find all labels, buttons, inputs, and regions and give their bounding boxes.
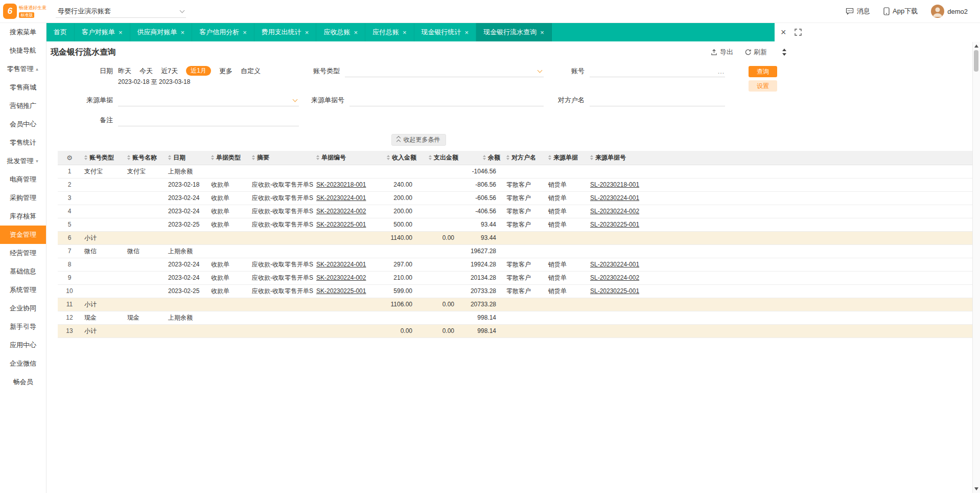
sort-icon[interactable] (387, 155, 390, 160)
sidebar-item-搜索菜单[interactable]: 搜索菜单 (0, 23, 46, 41)
document-link[interactable]: SK-20230218-001 (316, 181, 366, 188)
tab-客户信用分析[interactable]: 客户信用分析× (192, 23, 254, 41)
table-row[interactable]: 22023-02-18收款单应收款-收取零售开单SL-2SK-20230218-… (58, 178, 980, 191)
table-row[interactable]: 52023-02-25收款单应收款-收取零售开单SL-2SK-20230225-… (58, 218, 980, 231)
sidebar-item-系统管理[interactable]: 系统管理 (0, 281, 46, 299)
column-header-source_doc_no[interactable]: 来源单据号 (587, 151, 980, 165)
tab-费用支出统计[interactable]: 费用支出统计× (254, 23, 317, 41)
sidebar-item-快捷导航[interactable]: 快捷导航 (0, 41, 46, 60)
sidebar-item-采购管理[interactable]: 采购管理 (0, 189, 46, 207)
sidebar-item-企业协同[interactable]: 企业协同 (0, 299, 46, 318)
sort-icon[interactable] (211, 155, 214, 160)
collapse-conditions-button[interactable]: 收起更多条件 (391, 134, 446, 146)
tab-close-icon[interactable]: × (540, 29, 544, 36)
sort-icon[interactable] (84, 155, 87, 160)
tab-应付总账[interactable]: 应付总账× (365, 23, 414, 41)
sidebar-item-零售统计[interactable]: 零售统计 (0, 133, 46, 152)
column-header-account_type[interactable]: 账号类型 (81, 151, 124, 165)
document-link[interactable]: SL-20230224-001 (590, 194, 639, 201)
source-doc-no-field[interactable] (349, 94, 544, 106)
tab-close-icon[interactable]: × (354, 29, 358, 36)
date-option-自定义[interactable]: 自定义 (241, 66, 261, 76)
sort-icon[interactable] (316, 155, 319, 160)
scrollbar-down-icon[interactable] (974, 487, 978, 490)
column-header-doc_no[interactable]: 单据编号 (313, 151, 376, 165)
table-row[interactable]: 1支付宝支付宝上期余额-1046.56 (58, 165, 980, 178)
counterparty-input[interactable] (590, 95, 725, 105)
date-option-近1月[interactable]: 近1月 (186, 66, 211, 76)
column-header-summary[interactable]: 摘要 (249, 151, 313, 165)
sort-icon[interactable] (483, 155, 486, 160)
sidebar-item-零售商城[interactable]: 零售商城 (0, 78, 46, 97)
tab-现金银行统计[interactable]: 现金银行统计× (414, 23, 477, 41)
document-link[interactable]: SK-20230224-001 (316, 261, 366, 268)
messages-button[interactable]: 消息 (846, 7, 870, 16)
close-tabs-button[interactable]: × (781, 28, 786, 37)
document-link[interactable]: SK-20230224-001 (316, 194, 366, 201)
scrollbar-thumb[interactable] (974, 50, 978, 72)
sidebar-item-库存核算[interactable]: 库存核算 (0, 207, 46, 226)
sidebar-item-企业微信[interactable]: 企业微信 (0, 354, 46, 373)
tab-首页[interactable]: 首页 (46, 23, 75, 41)
vertical-scrollbar[interactable] (972, 42, 980, 493)
sidebar-item-应用中心[interactable]: 应用中心 (0, 336, 46, 354)
table-row-subtotal[interactable]: 13小计0.000.00998.14 (58, 324, 980, 338)
table-row[interactable]: 7微信微信上期余额19627.28 (58, 244, 980, 258)
source-doc-input[interactable] (118, 95, 293, 105)
column-settings-gear-icon[interactable]: ⚙ (66, 154, 73, 162)
sort-icon[interactable] (168, 155, 171, 160)
table-row[interactable]: 82023-02-24收款单应收款-收取零售开单SL-2SK-20230224-… (58, 258, 980, 271)
date-option-更多[interactable]: 更多 (219, 66, 232, 76)
sidebar-item-畅会员[interactable]: 畅会员 (0, 373, 46, 391)
sidebar-item-批发管理[interactable]: 批发管理▼ (0, 152, 46, 170)
tab-close-icon[interactable]: × (119, 29, 123, 36)
document-link[interactable]: SK-20230224-002 (316, 274, 366, 281)
table-row[interactable]: 12现金现金上期余额998.14 (58, 311, 980, 324)
document-link[interactable]: SL-20230225-001 (590, 287, 639, 295)
column-header-num[interactable]: ⚙ (58, 151, 81, 165)
column-header-source_doc[interactable]: 来源单据 (545, 151, 587, 165)
account-field[interactable]: … (590, 65, 725, 77)
tab-应收总账[interactable]: 应收总账× (316, 23, 365, 41)
remark-input[interactable] (118, 115, 299, 125)
table-row[interactable]: 32023-02-24收款单应收款-收取零售开单SL-2SK-20230224-… (58, 191, 980, 205)
export-button[interactable]: 导出 (711, 48, 733, 57)
remark-field[interactable] (118, 114, 299, 126)
sidebar-item-经营管理[interactable]: 经营管理 (0, 244, 46, 262)
tab-现金银行流水查询[interactable]: 现金银行流水查询× (476, 23, 552, 41)
sidebar-item-资金管理[interactable]: 资金管理 (0, 226, 46, 244)
column-header-doc_type[interactable]: 单据类型 (208, 151, 249, 165)
date-option-近7天[interactable]: 近7天 (161, 66, 178, 76)
document-link[interactable]: SL-20230225-001 (590, 221, 639, 228)
date-option-昨天[interactable]: 昨天 (118, 66, 131, 76)
account-input[interactable] (590, 66, 715, 76)
fullscreen-button[interactable] (795, 29, 802, 36)
app-download-button[interactable]: App下载 (883, 7, 918, 16)
table-row[interactable]: 102023-02-25收款单应收款-收取零售开单SL-2SK-20230225… (58, 284, 980, 298)
sidebar-item-基础信息[interactable]: 基础信息 (0, 262, 46, 281)
sidebar-item-新手引导[interactable]: 新手引导 (0, 318, 46, 336)
sort-icon[interactable] (590, 155, 593, 160)
tab-close-icon[interactable]: × (181, 29, 185, 36)
sort-icon[interactable] (548, 155, 551, 160)
user-menu[interactable]: demo2 (931, 5, 968, 18)
sidebar-item-营销推广[interactable]: 营销推广 (0, 97, 46, 115)
counterparty-field[interactable] (590, 94, 725, 106)
tab-close-icon[interactable]: × (305, 29, 309, 36)
document-link[interactable]: SK-20230225-001 (316, 221, 366, 228)
scrollbar-up-icon[interactable] (974, 44, 978, 48)
document-link[interactable]: SL-20230224-002 (590, 274, 639, 281)
date-range-value[interactable]: 2023-02-18 至 2023-03-18 (118, 78, 261, 86)
column-header-date[interactable]: 日期 (165, 151, 208, 165)
tab-供应商对账单[interactable]: 供应商对账单× (130, 23, 193, 41)
table-row[interactable]: 92023-02-24收款单应收款-收取零售开单SL-2SK-20230224-… (58, 271, 980, 284)
column-header-balance[interactable]: 余额 (461, 151, 503, 165)
tab-close-icon[interactable]: × (465, 29, 469, 36)
date-option-今天[interactable]: 今天 (139, 66, 153, 76)
sidebar-item-零售管理[interactable]: 零售管理▲ (0, 60, 46, 78)
source-doc-select[interactable] (118, 94, 299, 106)
document-link[interactable]: SK-20230224-002 (316, 208, 366, 215)
query-button[interactable]: 查询 (749, 66, 777, 77)
sidebar-item-会员中心[interactable]: 会员中心 (0, 115, 46, 133)
source-doc-no-input[interactable] (349, 95, 544, 105)
